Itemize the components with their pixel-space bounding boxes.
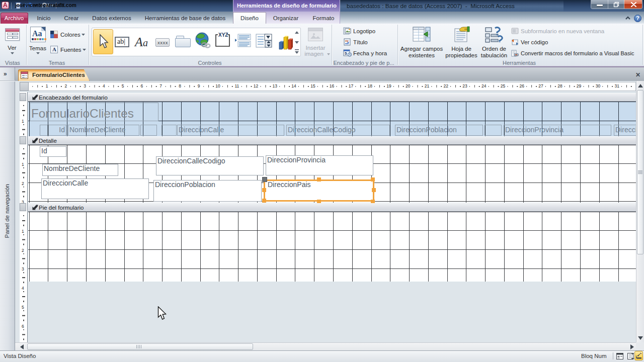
svg-text:xy: xy: [345, 39, 349, 42]
svg-text:5: 5: [345, 51, 347, 56]
